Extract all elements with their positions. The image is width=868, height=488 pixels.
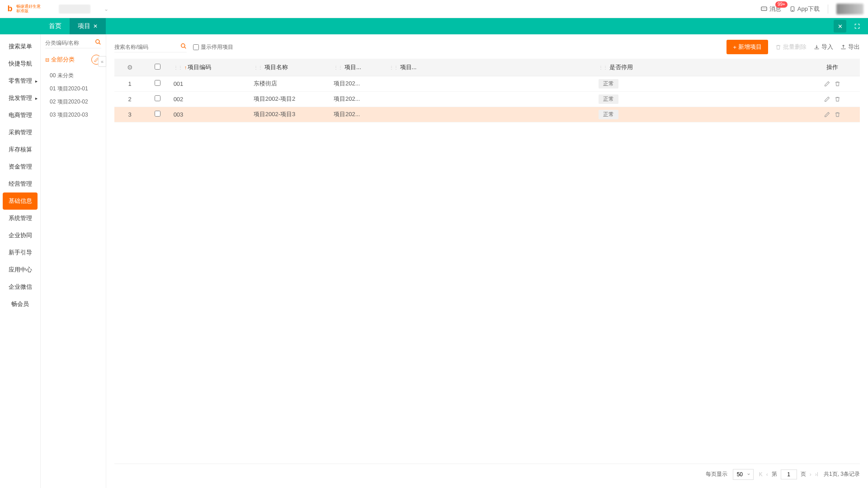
sidebar-item-15[interactable]: 畅会员: [0, 296, 40, 313]
sidebar-item-5[interactable]: 采购管理: [0, 124, 40, 141]
company-selector[interactable]: ⌄: [59, 5, 108, 14]
tab-1[interactable]: 项目✕: [70, 18, 106, 34]
page-size-select[interactable]: 50: [733, 469, 754, 480]
sidebar-item-13[interactable]: 应用中心: [0, 261, 40, 278]
sidebar-item-4[interactable]: 电商管理: [0, 107, 40, 124]
add-project-button[interactable]: + 新增项目: [726, 40, 768, 54]
sidebar-item-3[interactable]: 批发管理▸: [0, 89, 40, 107]
close-all-tabs-button[interactable]: ✕: [834, 20, 846, 33]
export-button[interactable]: 导出: [840, 43, 860, 51]
sidebar-item-10[interactable]: 系统管理: [0, 210, 40, 227]
sidebar-item-14[interactable]: 企业微信: [0, 278, 40, 296]
search-input[interactable]: [114, 42, 187, 52]
sidebar-item-9[interactable]: 基础信息: [3, 192, 38, 210]
row-checkbox[interactable]: [155, 111, 160, 117]
page-summary: 共1页, 3条记录: [824, 470, 860, 478]
edit-row-button[interactable]: [824, 96, 830, 102]
cell-name: 项目2002-项目2: [250, 91, 330, 107]
category-search-input[interactable]: [45, 38, 101, 48]
sidebar-item-1[interactable]: 快捷导航: [0, 55, 40, 72]
show-disabled-checkbox[interactable]: 显示停用项目: [193, 43, 233, 51]
caret-right-icon: ▸: [35, 79, 38, 84]
batch-delete-button[interactable]: 批量删除: [775, 43, 807, 51]
category-item-2[interactable]: 02 项目2020-02: [41, 95, 106, 108]
delete-row-button[interactable]: [835, 81, 840, 87]
drag-handle-icon: ⋮⋮: [334, 65, 343, 70]
download-label: App下载: [797, 5, 820, 13]
sidebar-item-8[interactable]: 经营管理: [0, 175, 40, 192]
delete-row-button[interactable]: [835, 112, 840, 117]
col-fullcategory[interactable]: ⋮⋮项目...: [386, 59, 595, 76]
messages-badge: 99+: [775, 1, 788, 8]
sidebar-item-0[interactable]: 搜索菜单: [0, 38, 40, 55]
show-disabled-input[interactable]: [193, 44, 199, 50]
caret-right-icon: ▸: [35, 96, 38, 101]
table-row[interactable]: 3003项目2002-项目3项目202...正常: [114, 107, 860, 122]
table-row[interactable]: 1001东楼街店项目202...正常: [114, 76, 860, 91]
cell-status: 正常: [595, 76, 804, 91]
next-page-button[interactable]: ›: [810, 471, 811, 478]
show-disabled-label: 显示停用项目: [201, 43, 233, 51]
category-item-0[interactable]: 00 未分类: [41, 69, 106, 82]
col-category[interactable]: ⋮⋮项目...: [330, 59, 386, 76]
edit-row-button[interactable]: [824, 81, 830, 87]
tab-0[interactable]: 首页: [41, 18, 70, 34]
sidebar-item-label: 零售管理: [9, 77, 32, 85]
col-status[interactable]: ⋮⋮是否停用: [595, 59, 804, 76]
search-icon[interactable]: [95, 39, 101, 45]
first-page-button[interactable]: K: [759, 471, 763, 478]
page-prefix: 第: [772, 470, 777, 478]
close-icon[interactable]: ✕: [93, 23, 98, 29]
search-icon[interactable]: [180, 43, 187, 49]
cell-status: 正常: [595, 107, 804, 122]
page-suffix: 页: [801, 470, 806, 478]
sidebar-item-12[interactable]: 新手引导: [0, 244, 40, 261]
import-button[interactable]: 导入: [814, 43, 833, 51]
messages-button[interactable]: 消息 99+: [760, 5, 781, 13]
sidebar-item-7[interactable]: 资金管理: [0, 158, 40, 175]
category-item-3[interactable]: 03 项目2020-03: [41, 108, 106, 122]
delete-row-button[interactable]: [835, 96, 840, 102]
cell-category: 项目202...: [330, 91, 386, 107]
tab-label: 项目: [78, 22, 90, 30]
col-name[interactable]: ⋮⋮项目名称: [250, 59, 330, 76]
edit-row-button[interactable]: [824, 112, 830, 117]
cell-category: 项目202...: [330, 76, 386, 91]
top-header: b 畅捷通好生意 标准版 ⌄ 消息 99+ App下载: [0, 0, 868, 18]
sidebar-item-label: 库存核算: [9, 145, 32, 154]
tab-bar: 首页项目✕ ✕: [0, 18, 868, 34]
col-select-all[interactable]: [145, 59, 170, 76]
cell-code: 002: [170, 91, 250, 107]
app-download-button[interactable]: App下载: [789, 5, 820, 13]
col-settings[interactable]: ⚙: [114, 59, 145, 76]
import-label: 导入: [821, 43, 833, 51]
category-item-1[interactable]: 01 项目2020-01: [41, 82, 106, 95]
company-name-blurred: [59, 5, 90, 14]
sidebar-item-6[interactable]: 库存核算: [0, 141, 40, 158]
sidebar-item-label: 资金管理: [9, 163, 32, 171]
category-panel: ⊟ 全部分类 00 未分类01 项目2020-0102 项目2020-0203 …: [41, 34, 106, 488]
select-all-checkbox[interactable]: [155, 64, 160, 70]
prev-page-button[interactable]: ‹: [766, 471, 768, 478]
cell-code: 003: [170, 107, 250, 122]
drag-handle-icon: ⋮⋮: [174, 65, 183, 70]
row-checkbox[interactable]: [155, 80, 160, 86]
fullscreen-button[interactable]: [851, 20, 863, 33]
sidebar-item-label: 基础信息: [9, 197, 32, 205]
svg-point-4: [181, 43, 185, 47]
user-avatar[interactable]: [836, 4, 863, 14]
per-page-label: 每页显示: [706, 470, 727, 478]
sidebar-item-11[interactable]: 企业协同: [0, 227, 40, 244]
page-input[interactable]: [781, 469, 797, 479]
tree-expand-icon: ⊟: [45, 57, 49, 63]
export-icon: [840, 44, 846, 50]
row-checkbox[interactable]: [155, 95, 160, 101]
category-root[interactable]: ⊟ 全部分类: [41, 53, 106, 69]
last-page-button[interactable]: ›I: [815, 471, 818, 478]
drag-handle-icon: ⋮⋮: [389, 65, 398, 70]
collapse-panel-button[interactable]: «: [98, 56, 106, 67]
table-row[interactable]: 2002项目2002-项目2项目202...正常: [114, 91, 860, 107]
col-code[interactable]: ⋮⋮↑项目编码: [170, 59, 250, 76]
sidebar-item-label: 应用中心: [9, 266, 32, 274]
sidebar-item-2[interactable]: 零售管理▸: [0, 72, 40, 89]
